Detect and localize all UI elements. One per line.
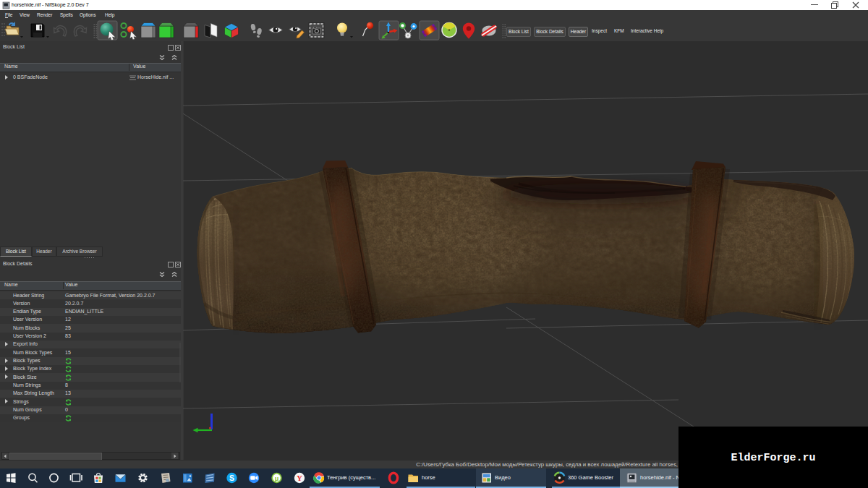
svg-text:μ: μ xyxy=(275,475,279,482)
svg-text:Y: Y xyxy=(297,474,302,482)
svg-text:S: S xyxy=(229,474,234,482)
